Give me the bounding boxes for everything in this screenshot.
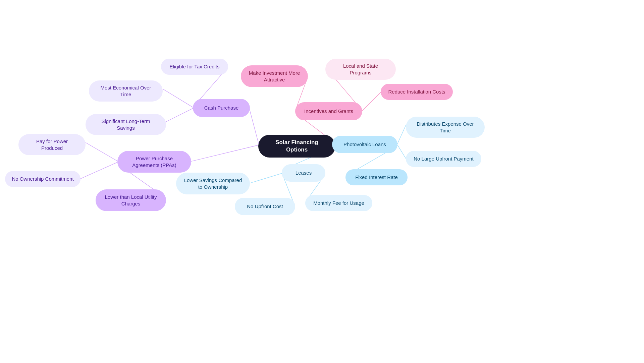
svg-line-17 [397, 125, 406, 144]
node-center: Solar Financing Options [258, 135, 335, 158]
mindmap-container: Solar Financing OptionsCash PurchaseElig… [0, 0, 644, 363]
node-cashPurchase: Cash Purchase [193, 99, 250, 117]
node-lowerSavings: Lower Savings Compared to Ownership [176, 173, 250, 194]
node-noOwnership: No Ownership Commitment [5, 171, 80, 187]
node-noUpfrontCost: No Upfront Cost [235, 198, 295, 215]
svg-line-8 [86, 142, 117, 161]
node-reduceInstallation: Reduce Installation Costs [381, 84, 453, 100]
node-leases: Leases [282, 164, 325, 182]
node-incentivesGrants: Incentives and Grants [295, 102, 362, 120]
node-significantSavings: Significant Long-Term Savings [86, 114, 166, 135]
svg-line-7 [166, 108, 193, 122]
node-pvLoans: Photovoltaic Loans [332, 136, 397, 153]
svg-line-4 [191, 145, 258, 161]
connections-svg [0, 0, 644, 363]
node-monthlyFee: Monthly Fee for Usage [305, 195, 372, 211]
svg-line-13 [362, 92, 381, 111]
node-distributesExpense: Distributes Expense Over Time [406, 117, 485, 138]
node-makeInvestment: Make Investment More Attractive [241, 65, 308, 87]
node-lowerUtility: Lower than Local Utility Charges [96, 189, 166, 211]
svg-line-14 [250, 173, 282, 183]
node-localStatePrograms: Local and State Programs [325, 59, 396, 80]
node-fixedInterest: Fixed Interest Rate [345, 169, 408, 185]
node-noLargeUpfront: No Large Upfront Payment [406, 151, 481, 167]
node-mostEconomical: Most Economical Over Time [89, 80, 163, 102]
svg-line-6 [163, 89, 193, 107]
svg-line-0 [250, 109, 259, 143]
node-payForPower: Pay for Power Produced [18, 134, 86, 155]
svg-line-18 [397, 145, 406, 159]
svg-line-9 [80, 162, 117, 179]
node-eligibleTaxCredits: Eligible for Tax Credits [161, 59, 228, 75]
node-ppa: Power Purchase Agreements (PPAs) [117, 151, 191, 173]
